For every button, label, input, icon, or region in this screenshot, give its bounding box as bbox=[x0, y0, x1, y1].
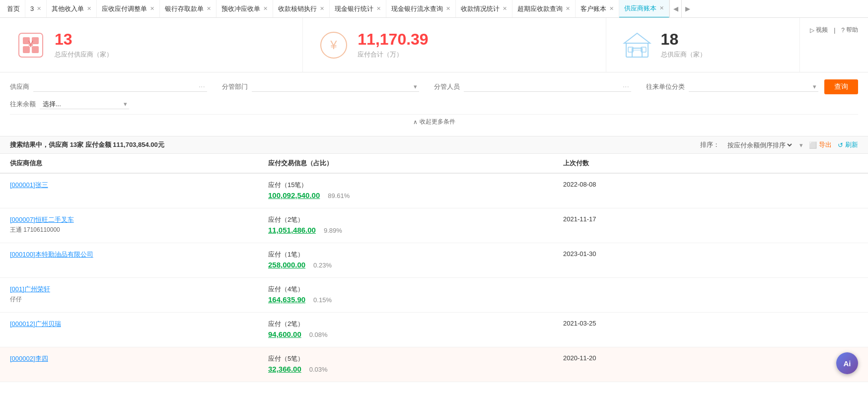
video-link[interactable]: ▷ 视频 bbox=[810, 26, 828, 34]
result-info: 搜索结果中，供应商 13家 应付金额 111,703,854.00元 bbox=[10, 140, 164, 149]
nav-item-payment[interactable]: 收款核销执行 ✕ bbox=[273, 0, 330, 18]
nav-label: 预收冲应收单 bbox=[221, 4, 260, 13]
supplier-link[interactable]: [000007]恒旺二手叉车 bbox=[10, 215, 268, 224]
nav-item-ar-adjust[interactable]: 应收应付调整单 ✕ bbox=[97, 0, 160, 18]
supplier-link[interactable]: [000100]本特勤油品有限公司 bbox=[10, 250, 268, 259]
nav-label: 超期应收款查询 bbox=[517, 4, 563, 13]
balance-select[interactable]: 选择... bbox=[43, 100, 126, 108]
nav-item-supplier-ledger[interactable]: 供应商账本 ✕ bbox=[619, 0, 669, 18]
sort-select[interactable]: 按应付余额倒序排序 bbox=[725, 141, 794, 149]
person-dots-icon[interactable]: ··· bbox=[623, 82, 629, 91]
close-icon[interactable]: ✕ bbox=[376, 5, 381, 12]
close-icon[interactable]: ✕ bbox=[87, 5, 91, 12]
stat-number-3: 18 bbox=[661, 31, 706, 48]
close-icon[interactable]: ✕ bbox=[150, 5, 154, 12]
nav-item-other-income[interactable]: 其他收入单 ✕ bbox=[47, 0, 97, 18]
payable-percent: 0.08% bbox=[309, 331, 328, 338]
nav-item-bank[interactable]: 银行存取款单 ✕ bbox=[160, 0, 217, 18]
stat-number-1: 13 bbox=[55, 31, 113, 48]
ai-button[interactable]: Ai bbox=[836, 352, 858, 374]
help-link[interactable]: ? 帮助 bbox=[841, 26, 858, 34]
last-pay-cell: 2020-11-20 bbox=[563, 354, 858, 362]
last-pay-date: 2021-03-25 bbox=[563, 320, 596, 327]
close-icon[interactable]: ✕ bbox=[446, 5, 450, 12]
supplier-link[interactable]: [000012]广州贝瑞 bbox=[10, 320, 268, 328]
payable-percent: 0.15% bbox=[313, 296, 332, 304]
payable-amount[interactable]: 100,092,540.00 bbox=[268, 191, 320, 199]
result-bar: 搜索结果中，供应商 13家 应付金额 111,703,854.00元 排序： 按… bbox=[0, 136, 868, 154]
refresh-button[interactable]: ↺ 刷新 bbox=[838, 140, 858, 149]
dept-select[interactable] bbox=[255, 83, 416, 90]
payable-amount[interactable]: 94,600.00 bbox=[268, 330, 301, 338]
nav-label: 应收应付调整单 bbox=[102, 4, 147, 13]
close-icon[interactable]: ✕ bbox=[566, 5, 570, 12]
supplier-link[interactable]: [000001]张三 bbox=[10, 181, 268, 190]
payable-cell: 应付（15笔） 100,092,540.00 89.61% bbox=[268, 181, 563, 199]
stat-info-1: 13 总应付供应商（家） bbox=[55, 31, 113, 59]
last-pay-cell: 2023-01-30 bbox=[563, 250, 858, 258]
payable-row: 100,092,540.00 89.61% bbox=[268, 190, 563, 199]
filter-row-2: 往来余额 选择... ▾ bbox=[10, 99, 858, 109]
help-links: ▷ 视频 | ? 帮助 bbox=[800, 26, 868, 34]
stat-label-3: 总供应商（家） bbox=[661, 50, 706, 59]
supplier-label: 供应商 bbox=[10, 82, 29, 91]
balance-chevron-icon: ▾ bbox=[124, 100, 127, 108]
col-header-payable: 应付交易信息（占比） bbox=[268, 159, 563, 168]
close-icon[interactable]: ✕ bbox=[263, 5, 268, 12]
supplier-info-cell: [000012]广州贝瑞 bbox=[10, 320, 268, 330]
supplier-info-cell: [001]广州荣轩 仔仔 bbox=[10, 285, 268, 304]
query-button[interactable]: 查询 bbox=[824, 79, 858, 94]
filter-supplier: 供应商 ··· bbox=[10, 82, 222, 92]
supplier-sub: 王通 17106110000 bbox=[10, 226, 268, 234]
supplier-link[interactable]: [000002]李四 bbox=[10, 354, 268, 363]
payable-label: 应付（2笔） bbox=[268, 215, 563, 224]
category-select[interactable] bbox=[692, 83, 815, 90]
close-icon[interactable]: ✕ bbox=[37, 5, 41, 12]
nav-item-advance[interactable]: 预收冲应收单 ✕ bbox=[217, 0, 273, 18]
collapse-button[interactable]: ∧ 收起更多条件 bbox=[413, 118, 455, 126]
payable-cell: 应付（2笔） 94,600.00 0.08% bbox=[268, 320, 563, 338]
close-icon[interactable]: ✕ bbox=[320, 5, 324, 12]
close-icon[interactable]: ✕ bbox=[659, 5, 664, 11]
export-button[interactable]: ⬜ 导出 bbox=[809, 140, 832, 149]
nav-next-arrow[interactable]: ▶ bbox=[681, 0, 693, 18]
supplier-icon: ¥ bbox=[15, 29, 47, 61]
supplier-dots-icon[interactable]: ··· bbox=[199, 82, 205, 91]
payable-label: 应付（1笔） bbox=[268, 250, 563, 259]
balance-label: 往来余额 bbox=[10, 100, 36, 109]
nav-label: 其他收入单 bbox=[52, 4, 84, 13]
payable-row: 258,000.00 0.23% bbox=[268, 259, 563, 269]
nav-item-customer-ledger[interactable]: 客户账本 ✕ bbox=[576, 0, 619, 18]
supplier-info-cell: [000001]张三 bbox=[10, 181, 268, 191]
filter-row-1: 供应商 ··· 分管部门 ▾ 分管人员 ··· bbox=[10, 79, 858, 94]
close-icon[interactable]: ✕ bbox=[207, 5, 211, 12]
payable-amount[interactable]: 11,051,486.00 bbox=[268, 226, 316, 234]
payable-amount[interactable]: 258,000.00 bbox=[268, 261, 305, 269]
payable-amount[interactable]: 164,635.90 bbox=[268, 295, 305, 304]
close-icon[interactable]: ✕ bbox=[503, 5, 507, 12]
table-row: [000001]张三 应付（15笔） 100,092,540.00 89.61%… bbox=[0, 174, 868, 208]
nav-item-overdue[interactable]: 超期应收款查询 ✕ bbox=[512, 0, 576, 18]
stat-block-suppliers: ¥ 13 总应付供应商（家） bbox=[0, 18, 303, 72]
category-label: 往来单位分类 bbox=[646, 82, 685, 91]
nav-item-home[interactable]: 首页 bbox=[2, 0, 25, 18]
collapse-bar: ∧ 收起更多条件 bbox=[10, 114, 858, 129]
svg-marker-9 bbox=[624, 33, 650, 43]
result-actions: 排序： 按应付余额倒序排序 ▾ ⬜ 导出 ↺ 刷新 bbox=[700, 140, 858, 149]
supplier-link[interactable]: [001]广州荣轩 bbox=[10, 285, 268, 294]
result-amount: 111,703,854.00元 bbox=[113, 141, 164, 148]
nav-item-receipt-stat[interactable]: 收款情况统计 ✕ bbox=[456, 0, 512, 18]
supplier-input[interactable] bbox=[36, 83, 204, 90]
nav-item-3[interactable]: 3 ✕ bbox=[25, 0, 47, 18]
table-row: [000012]广州贝瑞 应付（2笔） 94,600.00 0.08% 2021… bbox=[0, 313, 868, 347]
filter-category: 往来单位分类 ▾ 查询 bbox=[646, 79, 858, 94]
amount-icon: ¥ bbox=[318, 29, 350, 61]
nav-item-cash-stat[interactable]: 现金银行统计 ✕ bbox=[330, 0, 386, 18]
nav-label: 3 bbox=[30, 5, 34, 12]
nav-item-cash-flow[interactable]: 现金银行流水查询 ✕ bbox=[386, 0, 456, 18]
nav-prev-arrow[interactable]: ◀ bbox=[669, 0, 681, 18]
filter-person: 分管人员 ··· bbox=[434, 82, 646, 92]
close-icon[interactable]: ✕ bbox=[609, 5, 614, 12]
payable-amount[interactable]: 32,366.00 bbox=[268, 365, 301, 373]
person-input[interactable] bbox=[467, 83, 628, 90]
